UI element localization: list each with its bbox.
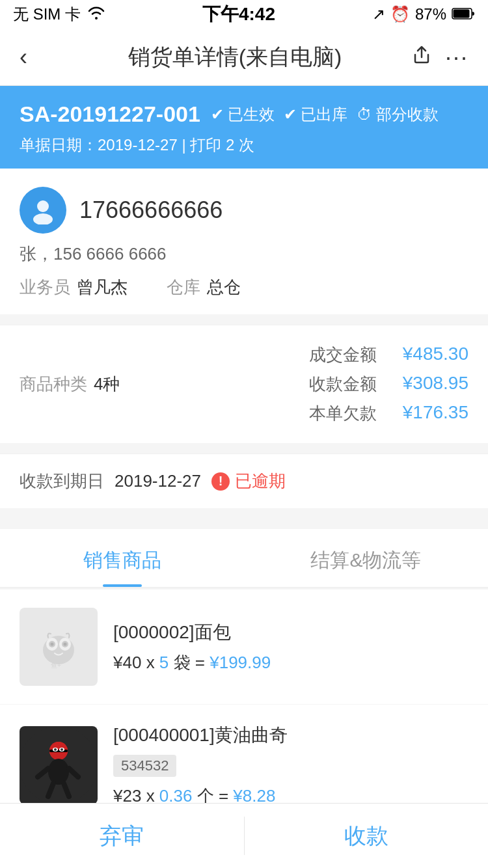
tab-settlement[interactable]: 结算&物流等: [244, 529, 488, 587]
deal-value: ¥485.30: [403, 344, 468, 366]
status-bar: 无 SIM 卡 下午4:42 ↗ ⏰ 87%: [0, 0, 488, 29]
order-header: SA-20191227-001 ✔ 已生效 ✔ 已出库 ⏱ 部分收款 单据日期：…: [0, 86, 488, 169]
tabs: 销售商品 结算&物流等: [0, 529, 488, 588]
amount-section: 商品种类 4种 成交金额 ¥485.30 收款金额 ¥308.95 本单欠款 ¥…: [0, 325, 488, 443]
amount-details: 成交金额 ¥485.30 收款金额 ¥308.95 本单欠款 ¥176.35: [309, 344, 468, 425]
product-name-1: [0000002]面包: [113, 620, 468, 645]
status-badge-1: ✔ 已生效: [211, 104, 275, 125]
svg-text:鱼+: 鱼+: [51, 662, 61, 669]
overdue-text: 已逾期: [235, 470, 286, 493]
list-item: 鱼+ [0000002]面包 ¥40 x 5 袋 = ¥199.99: [0, 590, 488, 705]
goods-count: 4种: [94, 373, 120, 396]
nav-actions: ···: [411, 44, 468, 71]
product-info-1: [0000002]面包 ¥40 x 5 袋 = ¥199.99: [113, 620, 468, 674]
avatar: [20, 187, 66, 234]
goods-type-info: 商品种类 4种: [20, 344, 120, 425]
product-info-2: [000400001]黄油曲奇 534532 ¥23 x 0.36 个 = ¥8…: [113, 723, 468, 807]
more-icon[interactable]: ···: [445, 44, 468, 71]
alarm-icon: ⏰: [390, 5, 410, 23]
due-label: 收款到期日: [20, 470, 104, 493]
customer-name: 17666666666: [79, 197, 223, 224]
receipt-value: ¥308.95: [403, 373, 468, 396]
wifi-icon: [87, 5, 105, 23]
overdue-icon: !: [211, 472, 230, 491]
overdue-badge: ! 已逾期: [211, 470, 286, 493]
salesperson-value: 曾凡杰: [77, 276, 128, 299]
product-list: 鱼+ [0000002]面包 ¥40 x 5 袋 = ¥199.99: [0, 590, 488, 826]
warehouse-meta: 仓库 总仓: [167, 276, 241, 299]
debt-amount-row: 本单欠款 ¥176.35: [309, 402, 468, 425]
battery-text: 87%: [415, 5, 446, 23]
svg-point-9: [51, 643, 54, 646]
customer-meta: 业务员 曾凡杰 仓库 总仓: [20, 276, 468, 299]
section-gap: [0, 519, 488, 529]
svg-point-2: [37, 200, 49, 212]
due-date-section: 收款到期日 2019-12-27 ! 已逾期: [0, 454, 488, 508]
check-icon-1: ✔: [211, 105, 224, 124]
svg-point-10: [64, 643, 67, 646]
svg-point-19: [61, 748, 63, 751]
status-badge-2: ✔ 已出库: [284, 104, 347, 125]
page-title: 销货单详情(来自电脑): [59, 42, 411, 72]
deal-amount-row: 成交金额 ¥485.30: [309, 344, 468, 366]
product-sku-2: 534532: [113, 755, 176, 777]
cancel-button[interactable]: 弃审: [0, 804, 244, 868]
svg-rect-15: [49, 750, 68, 752]
product-thumbnail-2: [20, 726, 98, 804]
check-icon-2: ✔: [284, 105, 297, 124]
order-id: SA-20191227-001: [20, 102, 200, 127]
confirm-button[interactable]: 收款: [245, 804, 489, 868]
status-badge-3: ⏱ 部分收款: [357, 104, 439, 125]
status-right: ↗ ⏰ 87%: [372, 5, 475, 23]
svg-point-3: [33, 213, 53, 224]
receipt-amount-row: 收款金额 ¥308.95: [309, 373, 468, 396]
debt-value: ¥176.35: [403, 402, 468, 425]
salesperson-label: 业务员: [20, 276, 70, 299]
order-date: 单据日期：2019-12-27 | 打印 2 次: [20, 135, 468, 156]
customer-detail: 张，156 6666 6666: [20, 243, 468, 265]
product-price-1: ¥40 x 5 袋 = ¥199.99: [113, 651, 468, 674]
tab-products[interactable]: 销售商品: [0, 529, 244, 587]
deal-label: 成交金额: [309, 344, 377, 366]
debt-label: 本单欠款: [309, 402, 377, 425]
warehouse-label: 仓库: [167, 276, 200, 299]
location-icon: ↗: [372, 5, 385, 23]
back-button[interactable]: ‹: [20, 44, 59, 71]
status-time: 下午4:42: [202, 2, 275, 27]
svg-point-20: [48, 759, 69, 785]
battery-icon: [452, 5, 475, 23]
svg-rect-1: [453, 10, 469, 18]
status-badges: ✔ 已生效 ✔ 已出库 ⏱ 部分收款: [211, 104, 439, 125]
nav-bar: ‹ 销货单详情(来自电脑) ···: [0, 29, 488, 86]
carrier-text: 无 SIM 卡: [13, 4, 81, 25]
bottom-bar: 弃审 收款: [0, 803, 488, 868]
goods-type-label: 商品种类: [20, 373, 87, 396]
share-icon[interactable]: [411, 44, 432, 70]
due-date-value: 2019-12-27: [115, 471, 201, 491]
product-name-2: [000400001]黄油曲奇: [113, 723, 468, 748]
salesperson-meta: 业务员 曾凡杰: [20, 276, 128, 299]
status-left: 无 SIM 卡: [13, 4, 105, 25]
receipt-label: 收款金额: [309, 373, 377, 396]
warehouse-value: 总仓: [207, 276, 241, 299]
clock-icon: ⏱: [357, 105, 372, 124]
product-thumbnail-1: 鱼+: [20, 608, 98, 686]
customer-section: 17666666666 张，156 6666 6666 业务员 曾凡杰 仓库 总…: [0, 169, 488, 314]
svg-point-18: [54, 748, 57, 751]
